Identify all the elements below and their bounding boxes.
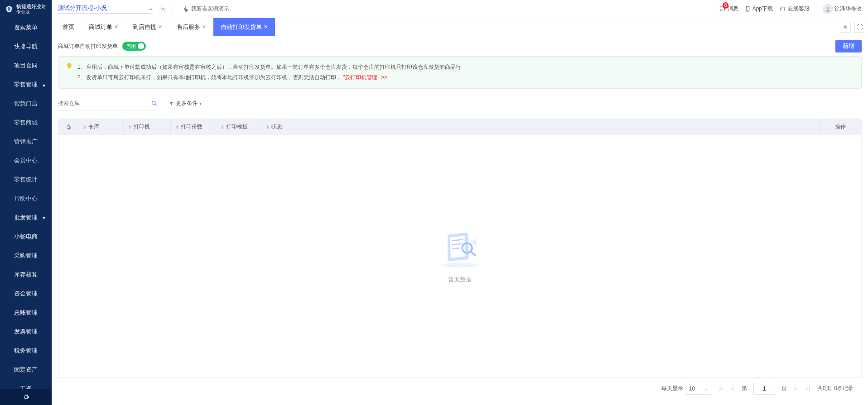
brand-icon	[5, 5, 14, 14]
col-printer[interactable]: ▲▼打印机	[124, 119, 171, 135]
close-icon[interactable]: ✕	[202, 24, 206, 30]
warehouse-search[interactable]	[58, 97, 158, 110]
gear-icon	[65, 124, 72, 130]
chevron-down-icon: ▼	[42, 215, 46, 220]
app-download-button[interactable]: App下载	[745, 5, 773, 13]
sidebar-item-inventory[interactable]: 库存核算	[0, 265, 52, 284]
brand-name: 畅捷通好业财	[16, 4, 46, 9]
warehouse-search-input[interactable]	[58, 100, 151, 106]
sidebar-item-ledger[interactable]: 总账管理	[0, 303, 52, 322]
avatar-icon	[823, 4, 833, 14]
cloud-printer-link[interactable]: "云打印机管理" >>	[343, 74, 387, 81]
close-all-tabs-button[interactable]: ✕	[840, 22, 851, 33]
svg-point-3	[827, 7, 829, 9]
tab-home[interactable]: 首页	[55, 18, 82, 36]
page-size-selector[interactable]: 每页显示 10⌄	[661, 383, 711, 395]
col-copies[interactable]: ▲▼打印份数	[171, 119, 216, 135]
settings-icon[interactable]	[159, 5, 166, 12]
chevron-down-icon: ▾	[199, 101, 202, 106]
tab-mall-orders[interactable]: 商城订单✕	[82, 18, 125, 36]
sidebar: 畅捷通好业财 专业版 搜索菜单 快捷导航 项目合同 零售管理▲ 智慧门店 零售商…	[0, 0, 52, 405]
feature-title: 商城订单自动打印发货单	[58, 43, 118, 50]
sidebar-item-ecommerce[interactable]: 小畅电商	[0, 227, 52, 246]
col-template[interactable]: ▲▼打印模板	[216, 119, 261, 135]
headset-icon	[779, 5, 786, 12]
sidebar-item-marketing[interactable]: 营销推广	[0, 132, 52, 151]
empty-state: 暂无数据	[58, 135, 861, 377]
column-settings[interactable]	[58, 119, 78, 135]
tab-autoprint[interactable]: 自动打印发货单✕	[213, 18, 275, 36]
sidebar-item-purchase[interactable]: 采购管理	[0, 246, 52, 265]
content: 1、启用后，商城下单付款成功后（如果有审核是在审核之后），自动打印发货单。如果一…	[52, 56, 868, 405]
demo-link[interactable]: 我要看实例演示	[183, 5, 229, 13]
close-icon[interactable]: ✕	[158, 24, 162, 30]
sidebar-nav: 搜索菜单 快捷导航 项目合同 零售管理▲ 智慧门店 零售商城 营销推广 会员中心…	[0, 18, 52, 389]
pagination-summary: 共0页, 0条记录	[817, 385, 854, 392]
sidebar-item-smartstore[interactable]: 智慧门店	[0, 94, 52, 113]
svg-point-6	[442, 263, 478, 268]
toggle-knob	[138, 43, 144, 49]
next-page-button[interactable]: >	[793, 386, 798, 392]
search-icon[interactable]	[151, 100, 158, 107]
page-input[interactable]	[753, 383, 775, 395]
tab-pickup[interactable]: 到店自提✕	[125, 18, 169, 36]
sidebar-item-retailstats[interactable]: 零售统计	[0, 170, 52, 189]
sidebar-item-assets[interactable]: 固定资产	[0, 360, 52, 379]
empty-text: 暂无数据	[448, 276, 472, 284]
project-selector[interactable]: 测试分开流程-小况 ⌄	[58, 4, 153, 14]
sidebar-item-search[interactable]: 搜索菜单	[0, 18, 52, 37]
banner-line2: 2、发货单只可用云打印机来打，如果只有本地打印机，须将本地打印机添加为云打印机，…	[77, 74, 342, 81]
project-name: 测试分开流程-小况	[58, 4, 107, 12]
messages-badge: 8	[723, 2, 729, 9]
finger-icon	[183, 6, 189, 12]
sidebar-settings[interactable]	[0, 389, 52, 405]
brand-edition: 专业版	[16, 10, 46, 14]
header: 测试分开流程-小况 ⌄ 我要看实例演示 8 消息 App下载 在线客服	[52, 0, 868, 18]
sidebar-item-quicknav[interactable]: 快捷导航	[0, 37, 52, 56]
pagination: 每页显示 10⌄ |< < 第 页 > >| 共0页, 0条记录	[58, 378, 862, 399]
prev-page-button[interactable]: <	[730, 386, 735, 392]
svg-point-0	[162, 8, 164, 10]
sidebar-item-member[interactable]: 会员中心	[0, 151, 52, 170]
fullscreen-button[interactable]: ⛶	[854, 22, 865, 33]
close-icon[interactable]: ✕	[114, 24, 118, 30]
funnel-icon	[169, 101, 174, 106]
sidebar-item-help[interactable]: 帮助中心	[0, 189, 52, 208]
enable-toggle[interactable]: 启用	[122, 42, 146, 51]
sidebar-item-mall[interactable]: 零售商城	[0, 113, 52, 132]
main-area: 测试分开流程-小况 ⌄ 我要看实例演示 8 消息 App下载 在线客服	[52, 0, 868, 405]
chevron-up-icon: ▲	[42, 82, 46, 87]
sidebar-item-funds[interactable]: 资金管理	[0, 284, 52, 303]
sidebar-item-retail[interactable]: 零售管理▲	[0, 75, 52, 94]
tab-bar: 首页 商城订单✕ 到店自提✕ 售后服务✕ 自动打印发货单✕ ✕ ⛶	[52, 18, 868, 36]
filter-row: 更多条件 ▾	[58, 97, 862, 110]
sidebar-item-wholesale[interactable]: 批发管理▼	[0, 208, 52, 227]
svg-line-9	[453, 248, 459, 249]
table-header: ▲▼仓库 ▲▼打印机 ▲▼打印份数 ▲▼打印模板 ▲▼状态 操作	[58, 119, 861, 135]
sidebar-item-invoice[interactable]: 发票管理	[0, 322, 52, 341]
col-warehouse[interactable]: ▲▼仓库	[78, 119, 124, 135]
sidebar-item-tax[interactable]: 税务管理	[0, 341, 52, 360]
banner-line1: 1、启用后，商城下单付款成功后（如果有审核是在审核之后），自动打印发货单。如果一…	[77, 62, 461, 72]
data-table: ▲▼仓库 ▲▼打印机 ▲▼打印份数 ▲▼打印模板 ▲▼状态 操作	[58, 119, 862, 378]
brand-logo: 畅捷通好业财 专业版	[0, 0, 52, 18]
more-filters-button[interactable]: 更多条件 ▾	[169, 100, 202, 107]
sidebar-item-salary[interactable]: 工资	[0, 379, 52, 389]
new-button[interactable]: 新增	[835, 40, 862, 52]
empty-icon	[435, 229, 485, 269]
toolbar: 商城订单自动打印发货单 启用 新增	[52, 36, 868, 56]
last-page-button[interactable]: >|	[805, 386, 811, 392]
tab-aftersale[interactable]: 售后服务✕	[169, 18, 213, 36]
info-banner: 1、启用后，商城下单付款成功后（如果有审核是在审核之后），自动打印发货单。如果一…	[58, 56, 862, 89]
messages-button[interactable]: 8 消息	[719, 5, 738, 13]
svg-line-5	[155, 104, 156, 105]
gear-icon	[22, 393, 29, 400]
user-menu[interactable]: 徐泽华修改	[823, 4, 862, 14]
close-icon[interactable]: ✕	[264, 24, 268, 30]
svg-point-4	[152, 101, 156, 105]
col-status[interactable]: ▲▼状态	[261, 119, 820, 135]
sidebar-item-project[interactable]: 项目合同	[0, 56, 52, 75]
first-page-button[interactable]: |<	[718, 386, 724, 392]
chevron-down-icon: ⌄	[149, 5, 153, 11]
support-button[interactable]: 在线客服	[779, 5, 810, 13]
